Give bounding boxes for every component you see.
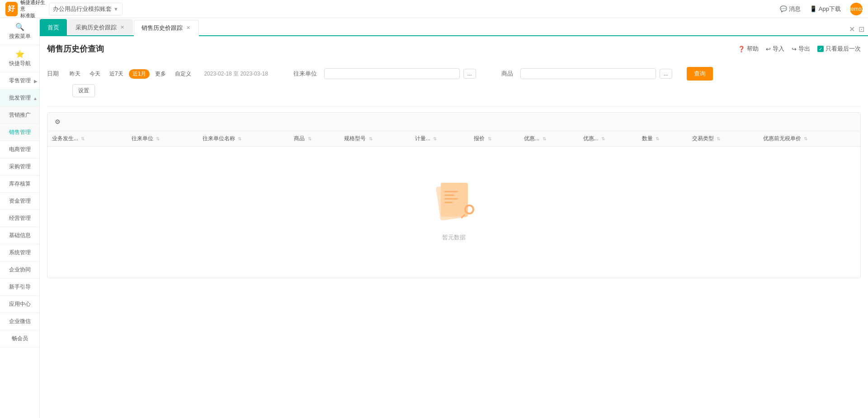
tab-home[interactable]: 首页	[40, 19, 67, 35]
sidebar-item-newbie[interactable]: 新手引导	[0, 279, 39, 296]
sidebar-item-system[interactable]: 系统管理	[0, 244, 39, 261]
sort-icon: ⇅	[542, 136, 546, 141]
table-settings-icon[interactable]: ⚙	[51, 115, 64, 128]
settings-button[interactable]: 设置	[72, 84, 95, 97]
date-filter-label: 日期	[47, 70, 59, 78]
page-header-actions: ❓ 帮助 ↩ 导入 ↪ 导出 ✓ 只看最后一次	[738, 45, 861, 53]
sidebar-item-search[interactable]: 🔍 搜索菜单	[0, 18, 39, 45]
phone-icon: 📱	[810, 5, 817, 12]
close-tab-sales-icon[interactable]: ✕	[185, 25, 191, 31]
col-spec[interactable]: 规格型号 ⇅	[340, 131, 410, 147]
sidebar-item-wholesale[interactable]: 批发管理 ▲	[0, 90, 39, 107]
page-header: 销售历史价查询 ❓ 帮助 ↩ 导入 ↪ 导出 ✓	[47, 43, 861, 54]
sidebar-item-purchase[interactable]: 采购管理	[0, 158, 39, 176]
filter-row-date: 日期 昨天 今天 近7天 近1月 更多 自定义 2023-02-18 至 202…	[47, 67, 861, 81]
account-selector[interactable]: 办公用品行业模拟账套 ▼	[49, 3, 123, 15]
magnifier-icon	[460, 204, 474, 219]
empty-text: 暂元数据	[442, 233, 466, 242]
date-range-display: 2023-02-18 至 2023-03-18	[204, 70, 268, 78]
col-discount1[interactable]: 优惠... ⇅	[519, 131, 578, 147]
date-opt-custom[interactable]: 自定义	[171, 69, 195, 79]
sort-icon: ⇅	[601, 136, 605, 141]
avatar: demo2	[850, 3, 863, 15]
sort-icon: ⇅	[488, 136, 491, 141]
user-avatar-btn[interactable]: demo2	[850, 3, 863, 15]
sidebar-item-marketing[interactable]: 营销推广	[0, 107, 39, 124]
empty-state: 暂元数据	[47, 147, 860, 278]
col-partner-name[interactable]: 往来单位名称 ⇅	[198, 131, 290, 147]
col-pretax-price[interactable]: 优惠前无税单价 ⇅	[759, 131, 860, 147]
filter-area: 日期 昨天 今天 近7天 近1月 更多 自定义 2023-02-18 至 202…	[47, 62, 861, 107]
col-unit[interactable]: 计量... ⇅	[410, 131, 469, 147]
sidebar-item-quicknav[interactable]: ⭐ 快捷导航	[0, 45, 39, 72]
top-right-actions: 💬 消息 📱 App下载 demo2	[780, 3, 863, 15]
empty-image	[434, 183, 474, 219]
only-last-checkbox[interactable]: ✓ 只看最后一次	[817, 45, 861, 53]
chevron-down-icon: ▲	[33, 95, 38, 100]
col-goods[interactable]: 商品 ⇅	[289, 131, 340, 147]
sidebar: 🔍 搜索菜单 ⭐ 快捷导航 零售管理 ▶ 批发管理 ▲ 营销推广 销售管理 电商…	[0, 18, 40, 418]
sidebar-item-ecommerce[interactable]: 电商管理	[0, 141, 39, 158]
date-opt-yesterday[interactable]: 昨天	[66, 69, 84, 79]
col-discount2[interactable]: 优惠... ⇅	[579, 131, 637, 147]
sidebar-item-wechat[interactable]: 企业微信	[0, 313, 39, 330]
close-all-tabs-icon[interactable]: ✕	[849, 25, 855, 33]
date-opt-today[interactable]: 今天	[86, 69, 104, 79]
tab-bar-actions: ✕ ⊡	[849, 25, 868, 35]
empty-illustration	[427, 183, 481, 228]
sort-icon: ⇅	[804, 136, 807, 141]
page-title: 销售历史价查询	[47, 43, 104, 54]
sort-icon: ⇅	[308, 136, 311, 141]
partner-input-group: ...	[324, 68, 476, 79]
sort-icon: ⇅	[238, 136, 241, 141]
date-opt-last1month[interactable]: 近1月	[129, 69, 150, 79]
doc-line-2	[444, 195, 454, 196]
sort-icon: ⇅	[369, 136, 373, 141]
tab-purchase-history[interactable]: 采购历史价跟踪 ✕	[68, 19, 133, 35]
sidebar-item-enterprise[interactable]: 企业协同	[0, 261, 39, 279]
date-opt-last7days[interactable]: 近7天	[106, 69, 127, 79]
doc-line-4	[444, 202, 453, 203]
sidebar-item-basics[interactable]: 基础信息	[0, 227, 39, 244]
partner-input[interactable]	[324, 68, 460, 79]
close-tab-purchase-icon[interactable]: ✕	[119, 24, 125, 30]
tab-sales-history[interactable]: 销售历史价跟踪 ✕	[134, 20, 199, 36]
col-business-date[interactable]: 业务发生... ⇅	[47, 131, 127, 147]
logo-text: 畅捷通好生意 标准版	[20, 0, 45, 19]
query-button[interactable]: 查询	[687, 67, 713, 81]
wholesale-sub-menu: 营销推广 销售管理	[0, 107, 39, 141]
goods-ellipsis-btn[interactable]: ...	[660, 69, 672, 79]
checkbox-icon: ✓	[817, 46, 824, 52]
col-quantity[interactable]: 数量 ⇅	[637, 131, 688, 147]
sort-icon: ⇅	[156, 136, 160, 141]
sidebar-item-sales[interactable]: 销售管理	[0, 124, 39, 141]
import-btn[interactable]: ↩ 导入	[766, 45, 784, 53]
doc-line-3	[444, 198, 458, 200]
goods-input[interactable]	[520, 68, 656, 79]
sidebar-item-operation[interactable]: 经营管理	[0, 210, 39, 227]
doc-line-1	[444, 191, 458, 192]
logo-icon: 好	[5, 2, 18, 16]
top-bar: 好 畅捷通好生意 标准版 办公用品行业模拟账套 ▼ 💬 消息 📱 App下载 d…	[0, 0, 868, 18]
goods-input-group: ...	[520, 68, 672, 79]
col-trade-type[interactable]: 交易类型 ⇅	[688, 131, 759, 147]
partner-ellipsis-btn[interactable]: ...	[463, 69, 476, 79]
date-opt-more[interactable]: 更多	[151, 69, 170, 79]
app-download-btn[interactable]: 📱 App下载	[810, 5, 841, 13]
maximize-icon[interactable]: ⊡	[859, 25, 864, 33]
sidebar-item-member[interactable]: 畅会员	[0, 330, 39, 347]
sidebar-item-inventory[interactable]: 库存核算	[0, 176, 39, 193]
export-icon: ↪	[792, 46, 797, 52]
goods-filter-label: 商品	[501, 70, 513, 78]
help-btn[interactable]: ❓ 帮助	[738, 45, 759, 53]
sidebar-item-appstore[interactable]: 应用中心	[0, 296, 39, 313]
message-btn[interactable]: 💬 消息	[780, 5, 801, 13]
data-table: 业务发生... ⇅ 往来单位 ⇅ 往来单位名称 ⇅	[47, 131, 860, 147]
col-price[interactable]: 报价 ⇅	[469, 131, 519, 147]
export-btn[interactable]: ↪ 导出	[792, 45, 810, 53]
col-partner-code[interactable]: 往来单位 ⇅	[127, 131, 198, 147]
logo-area: 好 畅捷通好生意 标准版	[5, 0, 45, 19]
sidebar-item-finance[interactable]: 资金管理	[0, 193, 39, 210]
sidebar-item-retail[interactable]: 零售管理 ▶	[0, 72, 39, 90]
sort-icon: ⇅	[433, 136, 437, 141]
